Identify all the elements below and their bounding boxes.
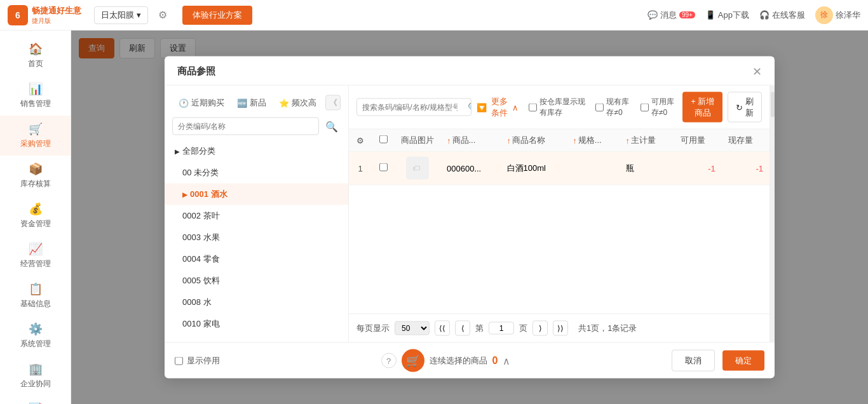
sidebar-item-home[interactable]: 🏠 首页 [0, 36, 71, 76]
arrow-right-icon: ▶ [175, 147, 180, 154]
row-name: 白酒100ml [501, 151, 567, 185]
category-search-row: 🔍 [165, 118, 348, 140]
sidebar-item-inventory[interactable]: 📦 库存核算 [0, 156, 71, 196]
tab-new-product[interactable]: 🆕 新品 [231, 93, 273, 112]
left-panel: 🕐 近期购买 🆕 新品 ⭐ 频次高 《 [165, 86, 349, 342]
next-page-button[interactable]: ⟩ [532, 321, 548, 336]
sidebar-item-system[interactable]: ⚙️ 系统管理 [0, 316, 71, 356]
sidebar-item-finance[interactable]: 💰 资金管理 [0, 196, 71, 236]
help-icon[interactable]: ? [381, 353, 397, 368]
col-image: 商品图片 [395, 130, 440, 152]
category-item-snacks[interactable]: 0004 零食 [165, 248, 348, 270]
sidebar-item-purchase[interactable]: 🛒 采购管理 [0, 116, 71, 156]
first-page-button[interactable]: ⟨⟨ [435, 321, 450, 336]
show-disabled-checkbox[interactable]: 显示停用 [175, 355, 220, 367]
checkbox-warehouse-stock[interactable]: 按仓库显示现有库存 [529, 97, 588, 118]
phone-icon: 📱 [705, 10, 715, 20]
checkbox-available-stock[interactable]: 可用库存≠0 [641, 97, 678, 118]
system-icon: ⚙️ [29, 322, 43, 336]
page-size-select[interactable]: 20 50 100 [395, 321, 430, 335]
product-search-input[interactable] [357, 103, 463, 112]
modal-close-button[interactable]: ✕ [752, 65, 762, 77]
select-all-checkbox[interactable] [379, 135, 388, 144]
col-available: 可用量 [674, 130, 722, 152]
inventory-icon: 📦 [29, 162, 43, 176]
left-panel-collapse-button[interactable]: 《 [325, 95, 341, 111]
sort-icon-unit: ↑ [626, 135, 630, 145]
category-item-tea[interactable]: 0002 茶叶 [165, 205, 348, 227]
table-row[interactable]: 1 🏷 000600... 白酒100ml [349, 151, 770, 185]
topbar-right: 💬 消息 99+ 📱 App下载 🎧 在线客服 徐 徐泽华 [648, 6, 860, 24]
store-selector[interactable]: 日太阳膜 ▾ [94, 6, 148, 24]
user-menu[interactable]: 徐 徐泽华 [815, 6, 860, 24]
col-stock: 现存量 [722, 130, 770, 152]
finance-icon: 💰 [29, 202, 43, 216]
category-item-uncategorized[interactable]: 00 未分类 [165, 162, 348, 184]
sidebar-item-basic-info[interactable]: 📋 基础信息 [0, 276, 71, 316]
cancel-button[interactable]: 取消 [672, 350, 715, 372]
col-unit[interactable]: ↑ 主计量 [620, 130, 674, 152]
row-image: 🏷 [395, 151, 440, 185]
category-search-input[interactable] [172, 118, 319, 135]
row-code: 000600... [440, 151, 501, 185]
sort-up-icon: ↑ [447, 135, 451, 145]
message-icon: 💬 [648, 10, 658, 20]
category-item-liquor[interactable]: ▶ 0001 酒水 [165, 184, 348, 205]
messages-btn[interactable]: 💬 消息 99+ [648, 10, 695, 21]
sort-icon-spec: ↑ [573, 135, 577, 145]
last-page-button[interactable]: ⟩⟩ [553, 321, 568, 336]
page-number-input[interactable] [489, 322, 514, 335]
category-item-appliances[interactable]: 0010 家电 [165, 313, 348, 335]
right-toolbar: 🔍 🔽 更多条件 ∧ 按仓库显示现有库存 现有库存 [349, 86, 770, 130]
category-item-water[interactable]: 0008 水 [165, 292, 348, 313]
cart-button[interactable]: 🛒 [402, 349, 424, 372]
col-settings[interactable]: ⚙ [349, 130, 372, 152]
checkbox-nonzero-stock[interactable]: 现有库存≠0 [595, 97, 633, 118]
product-search-button[interactable]: 🔍 [463, 102, 471, 112]
tab-frequent[interactable]: ⭐ 频次高 [273, 93, 323, 112]
category-list: ▶ 全部分类 00 未分类 ▶ 0001 酒水 0002 茶叶 [165, 140, 348, 335]
sidebar: 🏠 首页 📊 销售管理 🛒 采购管理 📦 库存核算 💰 资金管理 📈 经营管理 … [0, 30, 71, 404]
scrollbar[interactable] [770, 86, 775, 342]
purchase-icon: 🛒 [29, 122, 43, 136]
col-spec[interactable]: ↑ 规格... [566, 130, 619, 152]
sidebar-item-guide[interactable]: 📝 新手引导 [0, 396, 71, 404]
product-search-box: 🔍 [356, 98, 471, 116]
col-code[interactable]: ↑ 商品... [440, 130, 501, 152]
sort-icon-name: ↑ [507, 135, 512, 145]
scrollbar-thumb[interactable] [771, 92, 775, 118]
clock-icon: 🕐 [179, 98, 189, 107]
row-unit: 瓶 [620, 151, 674, 185]
online-service-btn[interactable]: 🎧 在线客服 [759, 10, 805, 21]
sidebar-item-operations[interactable]: 📈 经营管理 [0, 236, 71, 276]
footer-collapse-icon[interactable]: ∧ [503, 354, 510, 367]
product-image: 🏷 [406, 157, 429, 180]
right-panel: 🔍 🔽 更多条件 ∧ 按仓库显示现有库存 现有库存 [349, 86, 770, 342]
app-download-btn[interactable]: 📱 App下载 [705, 10, 749, 21]
settings-icon[interactable]: ⚙ [153, 6, 172, 25]
category-all[interactable]: ▶ 全部分类 [165, 140, 348, 162]
tab-recent-purchase[interactable]: 🕐 近期购买 [172, 93, 231, 112]
filter-button[interactable]: 🔽 更多条件 ∧ [477, 96, 519, 119]
category-search-button[interactable]: 🔍 [323, 118, 341, 135]
chevron-down-icon: ▾ [137, 10, 141, 20]
category-item-fruit[interactable]: 0003 水果 [165, 227, 348, 248]
logo: 6 畅捷通好生意 捷月版 [8, 5, 81, 25]
trial-button[interactable]: 体验行业方案 [182, 6, 252, 25]
refresh-icon: ↻ [736, 102, 743, 112]
operations-icon: 📈 [29, 242, 43, 256]
arrow-right-icon-liquor: ▶ [182, 191, 187, 198]
col-name[interactable]: ↑ 商品名称 [501, 130, 567, 152]
prev-page-button[interactable]: ⟨ [455, 321, 470, 336]
row-checkbox[interactable] [372, 151, 395, 185]
add-product-button[interactable]: + 新增商品 [682, 92, 722, 123]
content-area: 查询 刷新 设置 商品参照 ✕ 🕐 近期购买 [71, 30, 868, 404]
sidebar-item-enterprise[interactable]: 🏢 企业协同 [0, 356, 71, 396]
messages-badge: 99+ [679, 11, 695, 18]
sidebar-item-sales[interactable]: 📊 销售管理 [0, 76, 71, 116]
home-icon: 🏠 [29, 42, 43, 56]
confirm-button[interactable]: 确定 [722, 351, 764, 371]
category-item-beverages[interactable]: 0005 饮料 [165, 270, 348, 292]
basic-info-icon: 📋 [29, 282, 43, 296]
refresh-button[interactable]: ↻ 刷新 [728, 92, 762, 123]
